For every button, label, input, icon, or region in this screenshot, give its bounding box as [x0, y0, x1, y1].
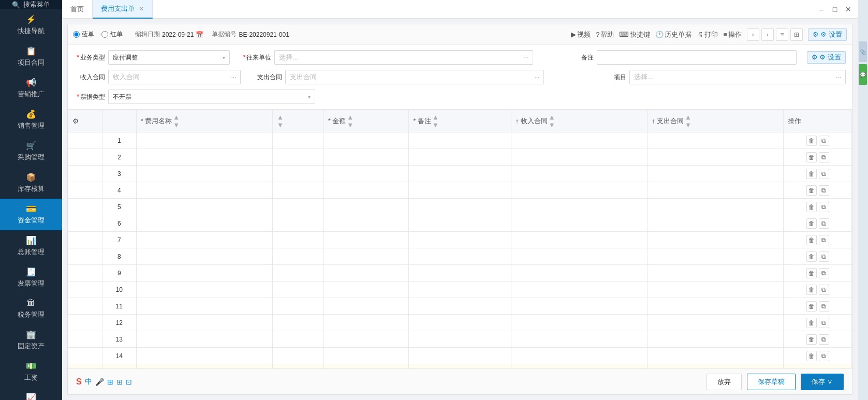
th-note[interactable]: * 备注 ▲▼ [409, 110, 511, 132]
row-income-cell[interactable] [511, 149, 647, 166]
row-expense-cell[interactable] [136, 166, 272, 182]
row-expense-cell[interactable] [136, 215, 272, 232]
prev-btn[interactable]: ‹ [747, 28, 759, 41]
sidebar-item-inventory[interactable]: 📦 库存核算 [0, 167, 62, 199]
row-sort-cell[interactable] [272, 248, 323, 265]
row-pay-cell[interactable] [647, 232, 783, 248]
row-amount-cell[interactable] [323, 215, 409, 232]
row-amount-cell[interactable] [323, 132, 409, 149]
row-sort-cell[interactable] [272, 315, 323, 331]
row-copy-btn[interactable]: ⧉ [819, 268, 829, 278]
row-expense-cell[interactable] [136, 182, 272, 199]
sidebar-item-project-contract[interactable]: 📋 项目合同 [0, 41, 62, 72]
row-income-cell[interactable] [511, 182, 647, 199]
row-copy-btn[interactable]: ⧉ [819, 351, 829, 361]
sidebar-item-purchase[interactable]: 🛒 采购管理 [0, 136, 62, 167]
box-icon[interactable]: ⊞ [107, 378, 113, 386]
row-amount-cell[interactable] [323, 315, 409, 331]
row-expense-cell[interactable] [136, 282, 272, 298]
row-sort-cell[interactable] [272, 348, 323, 364]
row-income-cell[interactable] [511, 331, 647, 348]
row-copy-btn[interactable]: ⧉ [819, 235, 829, 245]
row-note-cell[interactable] [409, 282, 511, 298]
row-copy-btn[interactable]: ⧉ [819, 185, 829, 196]
row-note-cell[interactable] [409, 132, 511, 149]
discard-button[interactable]: 放弃 [707, 374, 742, 390]
calendar-icon[interactable]: 📅 [196, 31, 203, 38]
grid-icon[interactable]: ⊞ [116, 378, 123, 386]
sidebar-item-sales[interactable]: 💰 销售管理 [0, 104, 62, 136]
sidebar-item-operation[interactable]: 📈 经营管理 [0, 388, 62, 400]
row-pay-cell[interactable] [647, 248, 783, 265]
row-pay-cell[interactable] [647, 348, 783, 364]
row-income-cell[interactable] [511, 232, 647, 248]
row-pay-cell[interactable] [647, 298, 783, 315]
row-note-cell[interactable] [409, 315, 511, 331]
row-copy-btn[interactable]: ⧉ [819, 301, 829, 312]
row-pay-cell[interactable] [647, 315, 783, 331]
row-copy-btn[interactable]: ⧉ [819, 136, 829, 146]
sidebar-item-tax[interactable]: 🏛 税务管理 [0, 293, 62, 324]
sidebar-item-capital[interactable]: 💳 资金管理 [0, 199, 62, 230]
row-delete-btn[interactable]: 🗑 [806, 185, 817, 196]
row-copy-btn[interactable]: ⧉ [819, 285, 829, 295]
row-sort-cell[interactable] [272, 282, 323, 298]
row-sort-cell[interactable] [272, 215, 323, 232]
row-note-cell[interactable] [409, 149, 511, 166]
right-panel-tab-1[interactable]: 📎 [859, 41, 867, 62]
row-pay-cell[interactable] [647, 199, 783, 215]
row-expense-cell[interactable] [136, 298, 272, 315]
row-amount-cell[interactable] [323, 199, 409, 215]
pay-contract-input[interactable]: 支出合同 ··· [285, 70, 544, 84]
row-copy-btn[interactable]: ⧉ [819, 152, 829, 162]
sidebar-item-marketing[interactable]: 📢 营销推广 [0, 72, 62, 104]
row-delete-btn[interactable]: 🗑 [806, 334, 817, 345]
row-pay-cell[interactable] [647, 215, 783, 232]
sidebar-item-salary[interactable]: 💵 工资 [0, 356, 62, 388]
row-expense-cell[interactable] [136, 232, 272, 248]
shortcut-btn[interactable]: ⌨ 快捷键 [619, 30, 650, 39]
row-delete-btn[interactable]: 🗑 [806, 235, 817, 245]
row-income-cell[interactable] [511, 298, 647, 315]
row-expense-cell[interactable] [136, 348, 272, 364]
row-note-cell[interactable] [409, 348, 511, 364]
row-copy-btn[interactable]: ⧉ [819, 318, 829, 328]
window-maximize-btn[interactable]: □ [830, 4, 840, 14]
row-delete-btn[interactable]: 🗑 [806, 268, 817, 278]
row-note-cell[interactable] [409, 232, 511, 248]
row-delete-btn[interactable]: 🗑 [806, 351, 817, 361]
row-sort-cell[interactable] [272, 265, 323, 282]
row-amount-cell[interactable] [323, 182, 409, 199]
invoice-type-select[interactable]: 不开票 ▾ [108, 90, 315, 104]
row-pay-cell[interactable] [647, 182, 783, 199]
row-delete-btn[interactable]: 🗑 [806, 285, 817, 295]
row-copy-btn[interactable]: ⧉ [819, 218, 829, 229]
video-btn[interactable]: ▶ 视频 [571, 30, 591, 39]
row-delete-btn[interactable]: 🗑 [806, 251, 817, 262]
form-settings-btn[interactable]: ⚙ ⚙ 设置 [807, 51, 846, 64]
row-income-cell[interactable] [511, 282, 647, 298]
window-minimize-btn[interactable]: – [816, 4, 827, 14]
zhong-icon[interactable]: 中 [85, 377, 92, 387]
tab-close-icon[interactable]: ✕ [139, 5, 144, 12]
save-button[interactable]: 保存 ∨ [801, 374, 844, 390]
row-delete-btn[interactable]: 🗑 [806, 218, 817, 229]
row-delete-btn[interactable]: 🗑 [806, 318, 817, 328]
right-panel-tab-2[interactable]: 💬 [859, 64, 867, 85]
row-delete-btn[interactable]: 🗑 [806, 301, 817, 312]
settings-btn[interactable]: ⚙ ⚙ 设置 [808, 28, 847, 41]
sidebar-search[interactable]: 🔍 搜索菜单 [0, 0, 62, 9]
row-income-cell[interactable] [511, 315, 647, 331]
row-note-cell[interactable] [409, 331, 511, 348]
row-income-cell[interactable] [511, 215, 647, 232]
row-note-cell[interactable] [409, 199, 511, 215]
row-sort-cell[interactable] [272, 182, 323, 199]
row-amount-cell[interactable] [323, 166, 409, 182]
row-delete-btn[interactable]: 🗑 [806, 169, 817, 179]
row-note-cell[interactable] [409, 215, 511, 232]
row-delete-btn[interactable]: 🗑 [806, 202, 817, 212]
red-radio[interactable] [101, 31, 108, 38]
th-income-contract[interactable]: ↑ 收入合同 ▲▼ [511, 110, 647, 132]
tab-home[interactable]: 首页 [62, 0, 93, 19]
row-income-cell[interactable] [511, 199, 647, 215]
